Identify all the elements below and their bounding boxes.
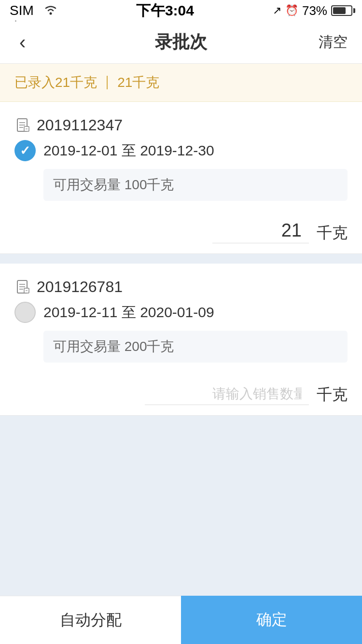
available-qty-1: 可用交易量 100千克 — [43, 169, 348, 201]
available-qty-2: 可用交易量 200千克 — [43, 331, 348, 363]
qty-unit-1: 千克 — [317, 223, 348, 244]
batch-date-2: 2019-12-11 至 2020-01-09 — [43, 303, 214, 322]
status-time: 下午3:04 — [136, 1, 194, 21]
qty-input-1[interactable] — [212, 220, 309, 241]
banner-divider — [107, 76, 108, 89]
section-divider — [0, 254, 362, 264]
location-icon: ↗ — [273, 4, 281, 17]
batch-date-row-2[interactable]: 2019-12-11 至 2020-01-09 — [14, 302, 348, 323]
recorded-label: 已录入21千克 — [14, 73, 97, 92]
batch-header-2: 2019126781 — [14, 278, 348, 296]
batch-card-1: 2019112347 ✓ 2019-12-01 至 2019-12-30 可用交… — [0, 102, 362, 254]
batch-date-row-1[interactable]: ✓ 2019-12-01 至 2019-12-30 — [14, 140, 348, 161]
batch-card-2: 2019126781 2019-12-11 至 2020-01-09 可用交易量… — [0, 264, 362, 416]
batch-item-1: 2019112347 ✓ 2019-12-01 至 2019-12-30 可用交… — [0, 102, 362, 210]
status-bar: 无 SIM 卡 下午3:04 ↗ ⏰ 73% — [0, 0, 362, 21]
bottom-bar: 自动分配 确定 — [0, 596, 362, 644]
clear-button[interactable]: 清空 — [319, 32, 348, 52]
batch-doc-icon-1 — [14, 117, 32, 134]
auto-distribute-button[interactable]: 自动分配 — [0, 596, 181, 644]
page-title: 录批次 — [155, 30, 207, 54]
back-button[interactable]: ‹ — [14, 27, 30, 58]
svg-point-0 — [49, 13, 52, 15]
radio-selected-1[interactable]: ✓ — [14, 140, 36, 161]
batch-id-1: 2019112347 — [37, 116, 123, 134]
batch-doc-icon-2 — [14, 279, 32, 296]
qty-input-2[interactable] — [212, 382, 309, 403]
batch-date-1: 2019-12-01 至 2019-12-30 — [43, 141, 214, 161]
batch-header-1: 2019112347 — [14, 116, 348, 134]
info-banner: 已录入21千克 21千克 — [0, 64, 362, 102]
wifi-icon — [44, 3, 57, 18]
radio-unselected-2[interactable] — [14, 302, 36, 323]
confirm-button[interactable]: 确定 — [181, 596, 362, 644]
qty-input-row-2: 千克 — [0, 372, 362, 416]
content-wrapper: 2019112347 ✓ 2019-12-01 至 2019-12-30 可用交… — [0, 102, 362, 644]
battery-percent: 73% — [302, 3, 327, 18]
nav-bar: ‹ 录批次 清空 — [0, 21, 362, 64]
battery-icon — [331, 5, 352, 16]
alarm-icon: ⏰ — [285, 4, 298, 17]
batch-id-2: 2019126781 — [37, 278, 123, 296]
status-right: ↗ ⏰ 73% — [273, 3, 352, 18]
qty-unit-2: 千克 — [317, 384, 348, 406]
checkmark-1: ✓ — [20, 143, 30, 158]
recorded-value: 21千克 — [117, 73, 159, 92]
batch-item-2: 2019126781 2019-12-11 至 2020-01-09 可用交易量… — [0, 264, 362, 372]
qty-input-row-1: 千克 — [0, 210, 362, 254]
